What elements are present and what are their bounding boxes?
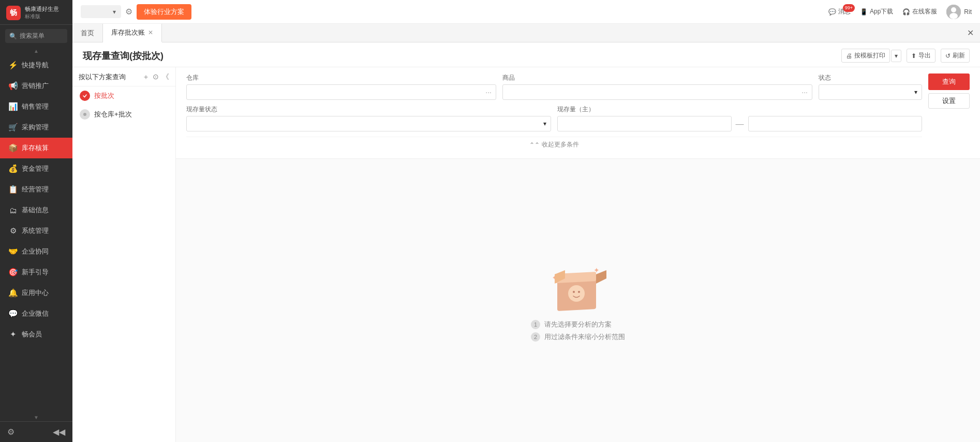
sidebar-item-label: 营销推广 <box>22 81 49 91</box>
trial-button[interactable]: 体验行业方案 <box>137 4 191 20</box>
topbar-gear-icon[interactable]: ⚙ <box>125 7 132 17</box>
stock-qty-from-input[interactable] <box>562 120 727 127</box>
export-label: 导出 <box>918 51 931 60</box>
sidebar-item-sales[interactable]: 📊 销售管理 <box>0 96 72 117</box>
sidebar-item-appstore[interactable]: 🔔 应用中心 <box>0 283 72 303</box>
tab-home-label: 首页 <box>81 28 94 38</box>
product-label: 商品 <box>502 73 812 82</box>
collapse-more-btn[interactable]: ⌃⌃ 收起更多条件 <box>186 137 922 152</box>
tab-close-icon[interactable]: ✕ <box>148 29 153 36</box>
sidebar-item-enterprise[interactable]: 🤝 企业协同 <box>0 241 72 262</box>
refresh-button[interactable]: ↺ 刷新 <box>941 49 970 63</box>
online-service-button[interactable]: 🎧 在线客服 <box>902 7 937 16</box>
system-icon: ⚙ <box>8 226 18 235</box>
headset-icon: 🎧 <box>902 8 910 16</box>
scroll-up[interactable]: ▲ <box>0 47 72 55</box>
sidebar-item-inventory[interactable]: 📦 库存核算 <box>0 138 72 158</box>
status-arrow-icon: ▾ <box>914 89 917 96</box>
warehouse-more-icon[interactable]: ··· <box>485 88 492 96</box>
empty-state: ✦ ✦ 1 请先选择要分析的方案 2 <box>176 159 980 442</box>
product-input[interactable]: ··· <box>502 84 812 100</box>
status-select[interactable]: ▾ <box>819 84 922 100</box>
filter-row-1: 仓库 ··· 商品 ··· <box>186 73 922 100</box>
left-panel-title: 按以下方案查询 <box>79 72 126 82</box>
sidebar-item-finance[interactable]: 💰 资金管理 <box>0 158 72 179</box>
enterprise-icon: 🤝 <box>8 247 18 256</box>
warehouse-input[interactable]: ··· <box>186 84 496 100</box>
sidebar-item-shortcut[interactable]: ⚡ 快捷导航 <box>0 55 72 76</box>
svg-point-2 <box>949 13 958 19</box>
sidebar-item-label: 新手引导 <box>22 268 49 277</box>
sidebar-item-marketing[interactable]: 📢 营销推广 <box>0 76 72 96</box>
stock-status-select[interactable]: ▾ <box>186 116 551 131</box>
sidebar-item-purchase[interactable]: 🛒 采购管理 <box>0 117 72 138</box>
query-button[interactable]: 查询 <box>928 73 970 90</box>
collapse-panel-icon[interactable]: 《 <box>162 72 169 82</box>
panel-close-button[interactable]: ✕ <box>967 28 974 38</box>
message-icon: 💬 <box>828 8 836 16</box>
topbar-dropdown[interactable]: ▾ <box>81 5 121 18</box>
sidebar-item-label: 基础信息 <box>22 205 49 215</box>
print-label: 按模板打印 <box>854 51 885 60</box>
sidebar-item-wechat[interactable]: 💬 企业微信 <box>0 303 72 324</box>
user-area[interactable]: Rit <box>946 5 972 19</box>
left-panel: 按以下方案查询 ＋ ⊙ 《 按批次 按仓库+批次 <box>72 67 176 442</box>
warehouse-text-input[interactable] <box>191 89 485 96</box>
sidebar-item-label: 畅会员 <box>22 330 42 339</box>
stock-qty-from[interactable] <box>557 116 732 131</box>
settings-button[interactable]: 设置 <box>928 93 970 109</box>
page-title: 现存量查询(按批次) <box>83 50 164 62</box>
svg-point-3 <box>81 92 88 99</box>
filter-field-warehouse: 仓库 ··· <box>186 73 496 100</box>
print-dropdown-arrow[interactable]: ▾ <box>891 50 901 62</box>
app-download-label: App下载 <box>870 7 893 16</box>
empty-illustration: ✦ ✦ <box>547 260 609 312</box>
add-solution-icon[interactable]: ＋ <box>142 72 150 82</box>
filter-actions: 查询 设置 <box>928 73 970 109</box>
sidebar-item-operations[interactable]: 📋 经营管理 <box>0 179 72 200</box>
app-download-button[interactable]: 📱 App下载 <box>860 7 893 16</box>
sidebar-item-label: 资金管理 <box>22 164 49 173</box>
stock-qty-to-input[interactable] <box>753 120 918 127</box>
brand-info: 畅康通好生意 标准版 <box>25 5 59 20</box>
solution-dot-gray <box>80 109 90 120</box>
scroll-down[interactable]: ▼ <box>0 414 72 421</box>
sidebar: 畅 畅康通好生意 标准版 🔍 搜索菜单 ▲ ⚡ 快捷导航 📢 营销推广 📊 销售… <box>0 0 72 442</box>
sidebar-item-label: 企业微信 <box>22 309 49 318</box>
marketing-icon: 📢 <box>8 81 18 91</box>
sidebar-item-member[interactable]: ✦ 畅会员 <box>0 324 72 345</box>
sidebar-item-newguide[interactable]: 🎯 新手引导 <box>0 262 72 283</box>
messages-button[interactable]: 💬 消息 99+ <box>828 7 851 16</box>
tab-batch[interactable]: 库存批次账 ✕ <box>103 24 162 42</box>
export-button[interactable]: ⬆ 导出 <box>907 49 936 63</box>
collapse-up-icon: ⌃⌃ <box>529 141 540 149</box>
search-label: 搜索菜单 <box>20 32 44 40</box>
sidebar-item-basics[interactable]: 🗂 基础信息 <box>0 200 72 220</box>
settings-solution-icon[interactable]: ⊙ <box>153 72 159 82</box>
purchase-icon: 🛒 <box>8 123 18 132</box>
sidebar-item-label: 快捷导航 <box>22 61 49 70</box>
page-header: 现存量查询(按批次) 🖨 按模板打印 ▾ ⬆ 导出 ↺ 刷新 <box>72 42 980 67</box>
footer-settings-icon[interactable]: ⚙ <box>7 427 14 437</box>
product-text-input[interactable] <box>507 89 801 96</box>
stock-qty-to[interactable] <box>748 116 923 131</box>
online-service-label: 在线客服 <box>912 7 937 16</box>
stock-status-label: 现存量状态 <box>186 105 551 114</box>
search-icon: 🔍 <box>9 33 17 40</box>
appstore-icon: 🔔 <box>8 288 18 298</box>
brand-name: 畅康通好生意 <box>25 5 59 13</box>
refresh-icon: ↺ <box>945 52 951 60</box>
topbar: ▾ ⚙ 体验行业方案 💬 消息 99+ 📱 App下载 🎧 在线客服 <box>72 0 980 24</box>
search-menu[interactable]: 🔍 搜索菜单 <box>5 29 67 43</box>
print-button[interactable]: 🖨 按模板打印 <box>841 49 890 63</box>
tab-home[interactable]: 首页 <box>72 24 103 42</box>
footer-collapse-icon[interactable]: ◀◀ <box>53 427 65 437</box>
empty-hint-1: 1 请先选择要分析的方案 <box>531 320 625 329</box>
dropdown-text <box>86 7 111 16</box>
sidebar-item-system[interactable]: ⚙ 系统管理 <box>0 220 72 241</box>
svg-point-1 <box>951 7 956 12</box>
solution-item-warehouse-batch[interactable]: 按仓库+批次 <box>72 105 175 124</box>
solution-item-batch[interactable]: 按批次 <box>72 86 175 105</box>
product-more-icon[interactable]: ··· <box>801 88 808 96</box>
hint-text-2: 用过滤条件来缩小分析范围 <box>544 332 625 342</box>
